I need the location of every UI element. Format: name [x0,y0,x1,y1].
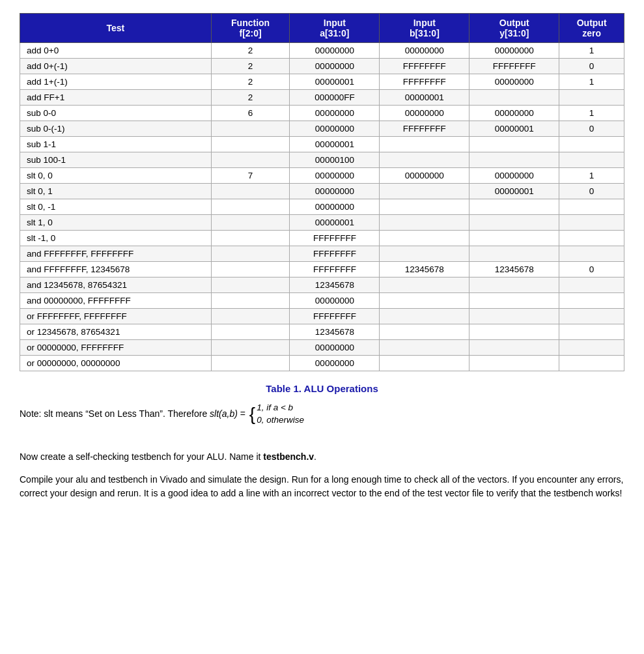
table-cell: 00000000 [469,106,559,121]
table-cell [559,231,624,246]
table-cell: 1 [559,43,624,59]
table-cell: 00000000 [469,74,559,90]
table-row: slt 0, 070000000000000000000000001 [20,168,624,184]
table-row: and FFFFFFFF, 12345678FFFFFFFF1234567812… [20,262,624,277]
table-cell [559,137,624,152]
table-cell: and 12345678, 87654321 [20,277,212,293]
table-cell: FFFFFFFF [380,74,469,90]
table-row: add FF+12000000FF00000001 [20,90,624,106]
table-row: and 00000000, FFFFFFFF00000000 [20,293,624,309]
table-cell [559,277,624,293]
table-cell: 00000001 [469,121,559,137]
brace-cases: 1, if a < b 0, otherwise [257,402,304,427]
table-cell: 12345678 [290,324,380,340]
table-cell: 00000001 [380,90,469,106]
table-cell [380,152,469,168]
table-cell [380,309,469,324]
table-cell: and 00000000, FFFFFFFF [20,293,212,309]
table-cell [469,324,559,340]
table-cell [211,293,290,309]
table-cell: slt 0, -1 [20,199,212,215]
table-cell [211,137,290,152]
table-row: sub 100-100000100 [20,152,624,168]
table-row: and FFFFFFFF, FFFFFFFFFFFFFFFF [20,246,624,262]
table-cell [380,324,469,340]
table-row: slt 1, 000000001 [20,215,624,231]
table-cell: FFFFFFFF [290,246,380,262]
table-cell: 2 [211,74,290,90]
table-cell: 00000000 [290,340,380,356]
table-cell [380,293,469,309]
table-cell [380,215,469,231]
table-cell: 000000FF [290,90,380,106]
table-cell: 0 [559,121,624,137]
table-cell [559,340,624,356]
table-cell [211,246,290,262]
table-cell: 00000001 [469,184,559,199]
table-cell: add FF+1 [20,90,212,106]
table-cell: 00000000 [290,184,380,199]
table-cell [211,324,290,340]
table-cell: 00000001 [290,137,380,152]
paragraph1-text: Now create a self-checking testbench for… [20,451,263,462]
table-cell [559,356,624,371]
left-brace: { [249,405,255,423]
table-cell: 00000000 [290,59,380,74]
table-cell: 00000000 [290,199,380,215]
table-cell: sub 1-1 [20,137,212,152]
table-cell [469,293,559,309]
table-cell: 00000001 [290,74,380,90]
case-1: 1, if a < b [257,402,304,414]
table-cell: and FFFFFFFF, 12345678 [20,262,212,277]
table-cell [469,90,559,106]
table-cell [211,215,290,231]
col-output-y-header: Output y[31:0] [469,14,559,43]
table-cell [469,309,559,324]
table-caption-area: Table 1. ALU Operations [20,383,624,394]
table-row: slt 0, -100000000 [20,199,624,215]
table-row: or 12345678, 8765432112345678 [20,324,624,340]
table-row: sub 1-100000001 [20,137,624,152]
table-cell: 6 [211,106,290,121]
table-cell [559,152,624,168]
table-cell [211,231,290,246]
table-cell [211,121,290,137]
table-cell [211,356,290,371]
table-cell [380,277,469,293]
table-cell: FFFFFFFF [469,59,559,74]
table-row: slt -1, 0FFFFFFFF [20,231,624,246]
table-cell [211,340,290,356]
alu-operations-table: Test Function f[2:0] Input a[31:0] Input… [20,13,624,371]
table-cell: 1 [559,106,624,121]
table-row: or 00000000, FFFFFFFF00000000 [20,340,624,356]
table-cell [380,340,469,356]
table-row: or 00000000, 0000000000000000 [20,356,624,371]
col-input-b-header: Input b[31:0] [380,14,469,43]
table-cell [469,215,559,231]
table-cell: 00000000 [290,121,380,137]
table-row: sub 0-(-1)00000000FFFFFFFF000000010 [20,121,624,137]
table-cell: 12345678 [290,277,380,293]
table-cell: or 00000000, 00000000 [20,356,212,371]
table-cell [380,356,469,371]
table-cell: 0 [559,59,624,74]
table-cell: add 1+(-1) [20,74,212,90]
table-cell: add 0+0 [20,43,212,59]
table-cell: slt 0, 0 [20,168,212,184]
table-cell [211,199,290,215]
table-cell: 0 [559,262,624,277]
table-cell: and FFFFFFFF, FFFFFFFF [20,246,212,262]
note-prefix-text: Note: slt means “Set on Less Than”. Ther… [20,408,210,419]
paragraph-1: Now create a self-checking testbench for… [20,450,624,464]
table-cell [469,356,559,371]
note-area: Note: slt means “Set on Less Than”. Ther… [20,402,624,427]
table-cell: sub 0-0 [20,106,212,121]
table-row: and 12345678, 8765432112345678 [20,277,624,293]
table-cell: 00000000 [380,43,469,59]
table-cell [469,277,559,293]
table-cell [380,184,469,199]
table-cell: or 00000000, FFFFFFFF [20,340,212,356]
col-test-header: Test [20,14,212,43]
table-cell: or 12345678, 87654321 [20,324,212,340]
table-cell: slt -1, 0 [20,231,212,246]
